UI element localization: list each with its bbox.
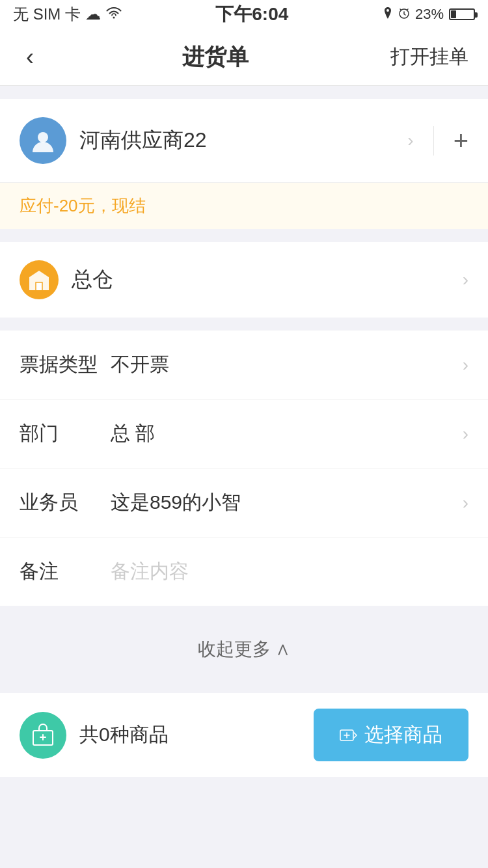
battery-percent: 23% xyxy=(415,6,444,23)
notice-banner: 应付-20元，现结 xyxy=(0,183,488,229)
dept-label: 部门 xyxy=(20,420,111,447)
product-bar: 共0种商品 选择商品 xyxy=(0,693,488,777)
status-right: 23% xyxy=(383,6,475,23)
mid-divider xyxy=(0,229,488,242)
svg-point-1 xyxy=(38,132,48,142)
select-product-button[interactable]: 选择商品 xyxy=(314,709,468,761)
open-pending-button[interactable]: 打开挂单 xyxy=(390,44,468,70)
salesperson-row[interactable]: 业务员 这是859的小智 › xyxy=(0,468,488,537)
notice-text: 应付-20元，现结 xyxy=(20,196,146,215)
status-left: 无 SIM 卡 ☁ xyxy=(13,4,122,25)
supplier-section: 河南供应商22 › + 应付-20元，现结 xyxy=(0,99,488,229)
collapse-row[interactable]: 收起更多 ∧ xyxy=(0,619,488,680)
status-bar: 无 SIM 卡 ☁ 下午6:04 23% xyxy=(0,0,488,29)
dept-chevron-icon: › xyxy=(463,424,468,444)
supplier-name: 河南供应商22 xyxy=(79,126,407,155)
alarm-icon xyxy=(398,6,410,23)
sim-label: 无 SIM 卡 ☁ xyxy=(13,4,101,25)
warehouse-icon xyxy=(20,260,59,299)
invoice-value: 不开票 xyxy=(111,351,463,378)
invoice-label: 票据类型 xyxy=(20,351,111,378)
nav-bar: ‹ 进货单 打开挂单 xyxy=(0,29,488,86)
warehouse-section[interactable]: 总仓 › xyxy=(0,242,488,318)
invoice-row[interactable]: 票据类型 不开票 › xyxy=(0,331,488,400)
supplier-row[interactable]: 河南供应商22 › + xyxy=(0,99,488,183)
salesperson-chevron-icon: › xyxy=(463,493,468,513)
supplier-chevron-icon: › xyxy=(407,130,413,151)
page-title: 进货单 xyxy=(182,42,249,72)
salesperson-label: 业务员 xyxy=(20,489,111,516)
wifi-icon xyxy=(106,6,122,23)
back-button[interactable]: ‹ xyxy=(20,37,40,77)
warehouse-chevron-icon: › xyxy=(463,269,468,290)
battery-icon xyxy=(449,8,475,20)
status-time: 下午6:04 xyxy=(215,2,288,27)
invoice-chevron-icon: › xyxy=(463,355,468,375)
select-product-label: 选择商品 xyxy=(364,722,442,748)
warehouse-name: 总仓 xyxy=(72,265,463,294)
location-icon xyxy=(383,6,393,23)
supplier-avatar xyxy=(20,117,66,164)
dept-row[interactable]: 部门 总 部 › xyxy=(0,400,488,468)
remark-row[interactable]: 备注 备注内容 xyxy=(0,537,488,606)
remark-label: 备注 xyxy=(20,558,111,585)
salesperson-value: 这是859的小智 xyxy=(111,489,463,516)
add-supplier-button[interactable]: + xyxy=(433,126,468,156)
dept-value: 总 部 xyxy=(111,420,463,447)
top-divider xyxy=(0,86,488,99)
warehouse-row[interactable]: 总仓 › xyxy=(0,242,488,318)
remark-input[interactable]: 备注内容 xyxy=(111,558,468,585)
product-count: 共0种商品 xyxy=(79,722,314,748)
form-section: 票据类型 不开票 › 部门 总 部 › 业务员 这是859的小智 › 备注 备注… xyxy=(0,331,488,606)
collapse-label: 收起更多 ∧ xyxy=(198,639,291,659)
product-icon xyxy=(20,712,66,759)
